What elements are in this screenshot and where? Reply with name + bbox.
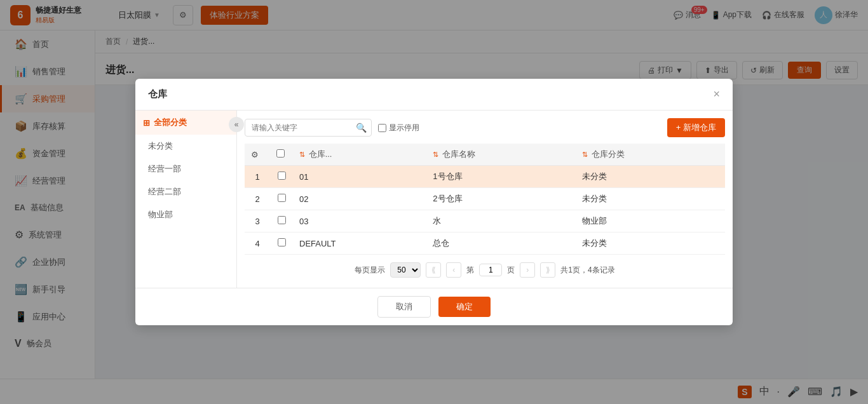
modal-overlay: 仓库 × ⊞ 全部分类 « 未分类 经营一部 经营二部 物业部 [0, 0, 868, 85]
warehouse-modal: 仓库 × ⊞ 全部分类 « 未分类 经营一部 经营二部 物业部 [135, 79, 733, 85]
modal-header: 仓库 × [135, 79, 733, 85]
